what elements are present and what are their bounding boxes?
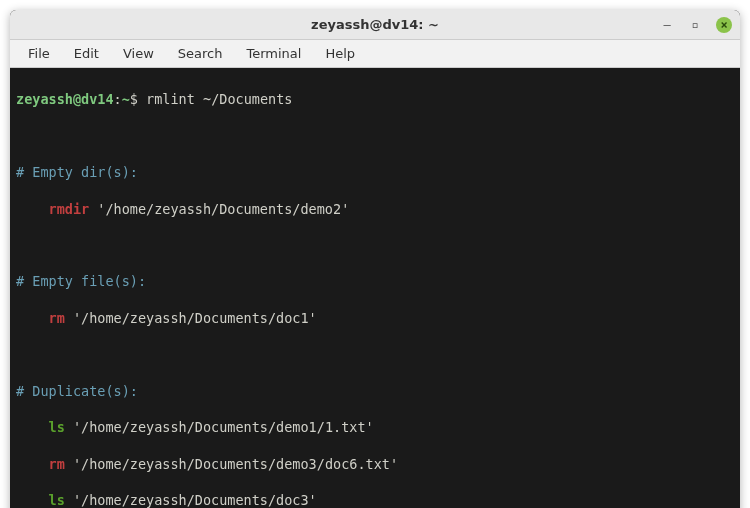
- menu-help[interactable]: Help: [315, 43, 365, 64]
- empty-file-line-1: rm '/home/zeyassh/Documents/doc1': [16, 309, 734, 327]
- dup-line-1: ls '/home/zeyassh/Documents/demo1/1.txt': [16, 418, 734, 436]
- window-title: zeyassh@dv14: ~: [311, 17, 439, 32]
- prompt-userhost: zeyassh@dv14: [16, 91, 114, 107]
- minimize-icon[interactable]: –: [660, 18, 674, 32]
- dup-line-3: ls '/home/zeyassh/Documents/doc3': [16, 491, 734, 508]
- empty-dir-header: # Empty dir(s):: [16, 163, 734, 181]
- command-1: rmlint ~/Documents: [146, 91, 292, 107]
- window-controls: – ▫ ×: [660, 10, 732, 39]
- menu-edit[interactable]: Edit: [64, 43, 109, 64]
- terminal-content[interactable]: zeyassh@dv14:~$ rmlint ~/Documents # Emp…: [10, 68, 740, 508]
- terminal-window: zeyassh@dv14: ~ – ▫ × File Edit View Sea…: [10, 10, 740, 508]
- menu-search[interactable]: Search: [168, 43, 233, 64]
- titlebar[interactable]: zeyassh@dv14: ~ – ▫ ×: [10, 10, 740, 40]
- menu-file[interactable]: File: [18, 43, 60, 64]
- duplicates-header: # Duplicate(s):: [16, 382, 734, 400]
- close-icon[interactable]: ×: [716, 17, 732, 33]
- empty-file-header: # Empty file(s):: [16, 272, 734, 290]
- maximize-icon[interactable]: ▫: [688, 18, 702, 32]
- dup-line-2: rm '/home/zeyassh/Documents/demo3/doc6.t…: [16, 455, 734, 473]
- empty-dir-line-1: rmdir '/home/zeyassh/Documents/demo2': [16, 200, 734, 218]
- menubar: File Edit View Search Terminal Help: [10, 40, 740, 68]
- prompt-line-1: zeyassh@dv14:~$ rmlint ~/Documents: [16, 90, 734, 108]
- menu-view[interactable]: View: [113, 43, 164, 64]
- menu-terminal[interactable]: Terminal: [236, 43, 311, 64]
